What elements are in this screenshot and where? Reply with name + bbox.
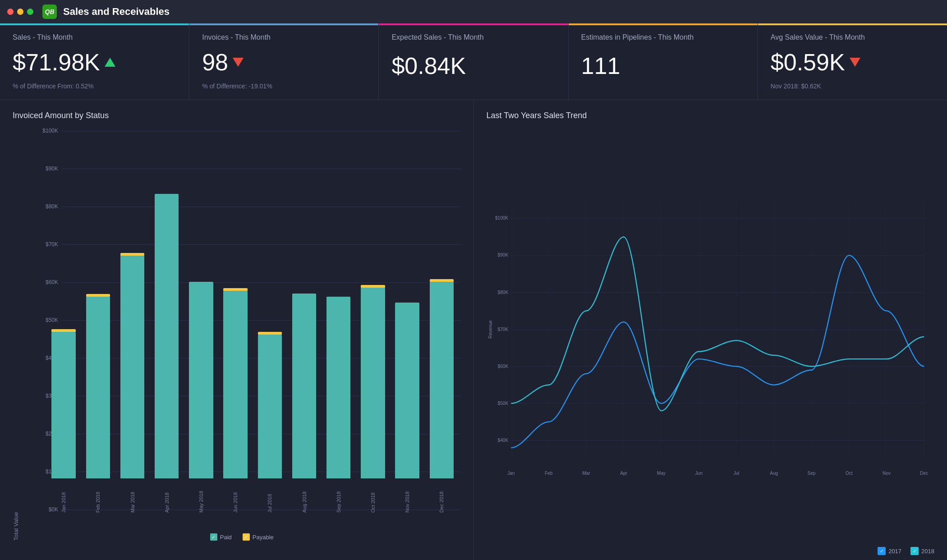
kpi-card-estimates-in-pipelines: Estimates in Pipelines - This Month 111 [569, 23, 758, 100]
close-button[interactable] [7, 9, 14, 15]
minimize-button[interactable] [17, 9, 23, 15]
bar-label: Feb 2018 [95, 481, 101, 513]
bar-label: Aug 2018 [302, 481, 307, 513]
legend-color-box: ✓ [210, 533, 217, 541]
svg-text:Jan: Jan [507, 471, 515, 476]
trend-up-icon [105, 58, 115, 67]
line-chart-panel: Last Two Years Sales Trend $100K$90K$80K… [474, 100, 947, 560]
bar-label: Jun 2018 [233, 481, 238, 513]
bar-group: Jul 2018 [253, 128, 287, 513]
maximize-button[interactable] [27, 9, 33, 15]
bar-stack [223, 288, 247, 478]
bar-paid [395, 303, 419, 478]
svg-text:Revenue: Revenue [488, 320, 493, 339]
bar-paid [120, 256, 144, 478]
bar-label: Apr 2018 [164, 481, 170, 513]
bar-stack [120, 253, 144, 478]
svg-text:$40K: $40K [497, 438, 508, 443]
bar-paid [326, 297, 350, 478]
kpi-label: Avg Sales Value - This Month [771, 33, 934, 41]
trend-down-icon [233, 58, 244, 67]
bar-group: Jun 2018 [218, 128, 253, 513]
line-chart-wrap: $100K$90K$80K$70K$60K$50K$40KJanFebMarAp… [487, 128, 935, 545]
kpi-label: Expected Sales - This Month [391, 33, 555, 41]
kpi-card-invoices-this-month: Invoices - This Month 98 % of Difference… [189, 23, 379, 100]
bar-group: Aug 2018 [287, 128, 321, 513]
bar-group: Sep 2018 [322, 128, 356, 513]
line-chart-legend: ✓ 2017 ✓ 2018 [487, 547, 935, 555]
bar-stack [86, 294, 110, 478]
bar-label: Mar 2018 [130, 481, 135, 513]
kpi-label: Sales - This Month [13, 33, 176, 41]
svg-text:Dec: Dec [920, 471, 928, 476]
bar-stack [51, 329, 75, 478]
bar-group: Mar 2018 [115, 128, 149, 513]
line-legend-item: ✓ 2017 [878, 547, 901, 555]
kpi-sub: % of Difference: -19.01% [202, 83, 366, 90]
trend-down-icon [850, 58, 860, 67]
svg-text:$90K: $90K [497, 252, 508, 257]
kpi-value: $0.59K [771, 50, 845, 74]
bar-label: Jan 2018 [61, 481, 66, 513]
bar-paid [430, 282, 454, 478]
kpi-value: $71.98K [13, 50, 100, 74]
kpi-value-row: $71.98K [13, 50, 176, 74]
bar-label: Jul 2018 [267, 481, 272, 513]
charts-area: Invoiced Amount by Status Total Value $1… [0, 100, 947, 560]
bar-chart-panel: Invoiced Amount by Status Total Value $1… [0, 100, 474, 560]
bar-stack [361, 285, 385, 478]
kpi-value-row: 98 [202, 50, 366, 74]
kpi-card-expected-sales-this-month: Expected Sales - This Month $0.84K [379, 23, 568, 100]
app-logo: QB [42, 5, 57, 19]
svg-text:$100K: $100K [495, 216, 508, 220]
line-series-2018 [511, 237, 924, 411]
bar-label: Oct 2018 [370, 481, 376, 513]
svg-text:Feb: Feb [544, 471, 552, 476]
bar-group: Oct 2018 [356, 128, 390, 513]
bar-paid [51, 332, 75, 478]
bar-stack [395, 303, 419, 478]
svg-text:Jun: Jun [695, 471, 702, 476]
bar-paid [223, 291, 247, 478]
bar-stack [189, 282, 213, 478]
bar-chart-inner: $100K$90K$80K$70K$60K$50K$40K$30K$20K$10… [23, 128, 461, 541]
bar-paid [155, 194, 179, 478]
bar-label: May 2018 [198, 481, 204, 513]
bar-legend-item: ✓ Paid [210, 533, 232, 541]
kpi-label: Estimates in Pipelines - This Month [581, 33, 745, 41]
kpi-label: Invoices - This Month [202, 33, 366, 41]
svg-text:Mar: Mar [582, 471, 590, 476]
line-legend-label: 2018 [921, 548, 934, 555]
kpi-card-avg-sales-value: Avg Sales Value - This Month $0.59K Nov … [758, 23, 947, 100]
legend-color-box: ✓ [243, 533, 250, 541]
line-legend-label: 2017 [888, 548, 901, 555]
bar-group: May 2018 [184, 128, 218, 513]
bar-chart-wrap: Total Value $100K$90K$80K$70K$60K$50K$40… [13, 128, 461, 541]
svg-text:$50K: $50K [497, 401, 508, 406]
line-chart-title: Last Two Years Sales Trend [487, 111, 935, 120]
bar-label: Dec 2018 [439, 481, 444, 513]
app-title: Sales and Receivables [63, 6, 170, 18]
line-series-2017 [511, 255, 924, 448]
traffic-lights [7, 9, 33, 15]
bar-group: Apr 2018 [150, 128, 184, 513]
line-chart-svg: $100K$90K$80K$70K$60K$50K$40KJanFebMarAp… [487, 128, 935, 545]
bar-label: Sep 2018 [336, 481, 341, 513]
kpi-value: 98 [202, 50, 228, 74]
svg-text:Nov: Nov [882, 471, 890, 476]
svg-text:May: May [657, 471, 666, 476]
bar-group: Nov 2018 [390, 128, 424, 513]
kpi-value: 111 [581, 54, 621, 78]
svg-text:Jul: Jul [733, 471, 739, 476]
legend-color-box: ✓ [910, 547, 919, 555]
bar-stack [326, 297, 350, 478]
titlebar: QB Sales and Receivables [0, 0, 947, 23]
bar-group: Feb 2018 [81, 128, 115, 513]
legend-label: Paid [220, 534, 232, 541]
bar-stack [430, 279, 454, 478]
bar-legend-item: ✓ Payable [243, 533, 274, 541]
bar-group: Dec 2018 [424, 128, 459, 513]
bar-paid [292, 294, 316, 478]
svg-text:Aug: Aug [770, 471, 778, 476]
bar-paid [258, 335, 282, 478]
